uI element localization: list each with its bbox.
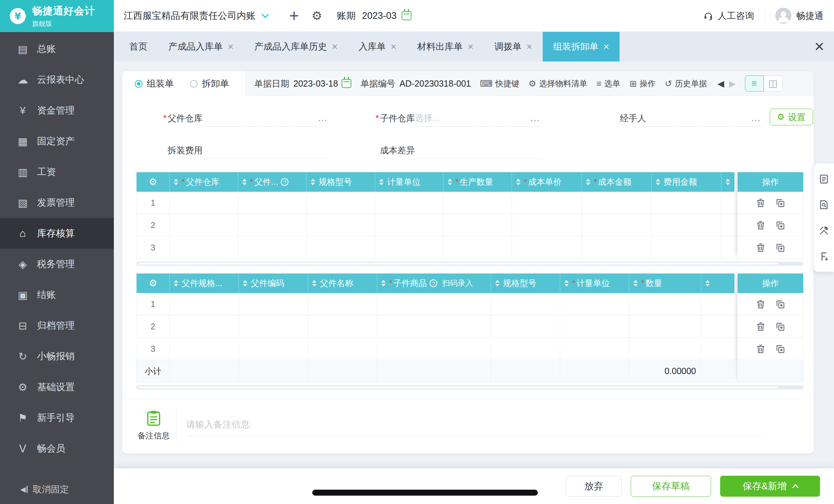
table-cell[interactable] — [444, 236, 512, 259]
sort-icon[interactable] — [726, 179, 730, 185]
table-cell[interactable] — [307, 192, 375, 214]
scrollbar-thumb[interactable] — [138, 262, 778, 265]
gear-icon[interactable]: ⚙ — [149, 177, 157, 187]
table-cell[interactable] — [375, 214, 444, 236]
sort-icon[interactable] — [705, 280, 710, 286]
operations-button[interactable]: ⊞操作 — [629, 78, 656, 89]
add-button[interactable]: + — [289, 7, 299, 24]
sort-icon[interactable] — [243, 280, 247, 286]
table-cell[interactable] — [307, 214, 375, 236]
delete-row-icon[interactable] — [755, 242, 766, 253]
sort-icon[interactable] — [312, 280, 316, 286]
column-header[interactable]: *父件仓库 — [170, 172, 238, 192]
table-cell[interactable] — [308, 293, 377, 315]
doc-date-input[interactable]: 2023-03-18 — [293, 79, 338, 89]
tab-finished-inbound-history[interactable]: 产成品入库单历史× — [244, 32, 348, 61]
save-and-new-button[interactable]: 保存&新增 — [720, 476, 820, 497]
table-cell[interactable] — [377, 293, 491, 315]
column-header[interactable]: *子件商品?扫码录入 — [377, 273, 491, 293]
help-icon[interactable]: ? — [281, 178, 288, 186]
table-cell[interactable] — [582, 214, 652, 236]
table-cell[interactable] — [375, 236, 444, 259]
close-icon[interactable]: × — [603, 42, 609, 52]
save-draft-button[interactable]: 保存草稿 — [631, 476, 711, 497]
column-header[interactable]: *生产数量 — [444, 172, 512, 192]
parent-warehouse-input[interactable]: ⋯ — [203, 111, 328, 127]
close-icon[interactable]: × — [332, 42, 337, 52]
table-cell[interactable] — [512, 214, 582, 236]
column-header[interactable]: 规格型号 — [307, 172, 375, 192]
table-cell[interactable] — [582, 236, 652, 259]
pick-order-button[interactable]: ≡选单 — [597, 78, 621, 89]
prev-doc-arrow[interactable]: ◀ — [717, 79, 724, 88]
sidebar-item-closing[interactable]: ▣结账 — [0, 279, 114, 310]
table-cell[interactable] — [238, 192, 307, 214]
table-cell[interactable] — [170, 236, 238, 259]
sort-icon[interactable] — [174, 280, 178, 286]
table-cell[interactable] — [512, 236, 582, 259]
table-cell[interactable] — [560, 338, 629, 360]
cost-diff-input[interactable] — [415, 143, 541, 159]
history-docs-button[interactable]: ↺历史单据 — [665, 78, 707, 89]
table-cell[interactable] — [491, 315, 560, 338]
sort-icon[interactable] — [495, 280, 499, 286]
delete-row-icon[interactable] — [755, 198, 766, 208]
table-cell[interactable] — [629, 315, 701, 338]
copy-row-icon[interactable] — [775, 321, 785, 332]
sidebar-item-archive[interactable]: ⊟归档管理 — [0, 310, 114, 341]
grid-view-toggle[interactable]: ◫ — [764, 75, 783, 92]
tools-button[interactable] — [816, 219, 832, 242]
radio-assembly-order[interactable]: 组装单 — [135, 78, 174, 90]
sidebar-item-inventory[interactable]: ⌂库存核算 — [0, 218, 114, 249]
table-cell[interactable] — [239, 315, 308, 338]
horizontal-scrollbar[interactable] — [136, 385, 804, 389]
scan-entry-button[interactable]: 扫码录入 — [442, 278, 473, 288]
more-options-icon[interactable]: ⋯ — [530, 118, 540, 124]
tab-home[interactable]: 首页 — [119, 32, 158, 61]
abandon-button[interactable]: 放弃 — [566, 476, 622, 497]
delete-row-icon[interactable] — [755, 299, 766, 309]
copy-row-icon[interactable] — [775, 344, 785, 354]
table-cell[interactable] — [491, 338, 560, 360]
close-icon[interactable]: × — [391, 42, 396, 52]
doc-number-value[interactable]: AD-20230318-001 — [400, 79, 471, 89]
doc-preview-button[interactable] — [816, 193, 832, 216]
next-doc-arrow[interactable]: ▶ — [729, 79, 736, 88]
sort-icon[interactable] — [586, 179, 590, 185]
table-cell[interactable] — [582, 192, 652, 214]
table-cell[interactable] — [170, 315, 239, 338]
sort-icon[interactable] — [381, 280, 386, 286]
table-cell[interactable] — [170, 192, 238, 214]
material-list-button[interactable]: ⚙选择物料清单 — [528, 78, 587, 89]
table-cell[interactable] — [238, 214, 307, 236]
company-selector[interactable]: 江西服宝精品有限责任公司内账 — [124, 9, 268, 22]
table-cell[interactable] — [652, 236, 722, 259]
column-header[interactable]: *数量 — [629, 273, 701, 293]
sidebar-item-guide[interactable]: ⚑新手引导 — [0, 402, 114, 433]
sort-icon[interactable] — [516, 179, 520, 185]
consult-button[interactable]: 人工咨询 — [703, 10, 754, 22]
tab-finished-inbound[interactable]: 产成品入库单× — [158, 32, 244, 61]
sort-icon[interactable] — [564, 280, 569, 286]
column-header[interactable]: 费用金额 — [652, 172, 722, 192]
sort-icon[interactable] — [242, 179, 247, 185]
table-cell[interactable] — [377, 315, 491, 338]
close-icon[interactable]: × — [468, 42, 473, 52]
horizontal-scrollbar[interactable] — [136, 262, 804, 266]
table-cell[interactable] — [238, 236, 307, 259]
table-cell[interactable] — [239, 293, 308, 315]
table-cell[interactable] — [652, 192, 722, 214]
column-header[interactable]: 计量单位 — [375, 172, 444, 192]
delete-row-icon[interactable] — [755, 321, 766, 332]
more-options-icon[interactable]: ⋯ — [751, 118, 761, 124]
copy-row-icon[interactable] — [775, 220, 785, 231]
close-icon[interactable]: × — [228, 42, 233, 52]
handler-input[interactable]: ⋯ — [646, 111, 761, 127]
sidebar-item-fixed-assets[interactable]: ▦固定资产 — [0, 126, 114, 156]
sort-icon[interactable] — [311, 179, 315, 185]
sort-icon[interactable] — [174, 179, 178, 185]
table-cell[interactable] — [560, 315, 629, 338]
settings-button[interactable]: ⚙ 设置 — [770, 109, 813, 125]
child-warehouse-input[interactable]: 选择...⋯ — [415, 111, 541, 127]
column-header[interactable]: 父件名称 — [308, 273, 377, 293]
